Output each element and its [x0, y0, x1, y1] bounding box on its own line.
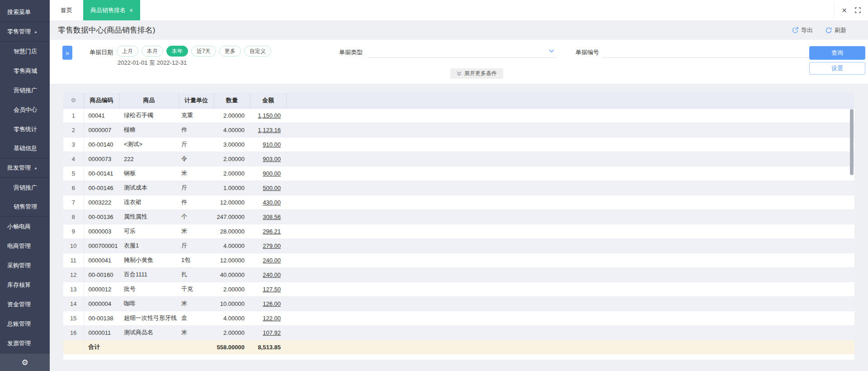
product-name-cell: 属性属性: [119, 209, 179, 224]
app-window: 搜索菜单零售管理▲智慧门店零售商城营销推广会员中心零售统计基础信息批发管理▲营销…: [0, 0, 868, 371]
tab-close-icon[interactable]: ×: [129, 7, 133, 14]
table-row[interactable]: 600-00146测试成本斤1.00000500.00: [63, 181, 854, 195]
sidebar-item-retail-management[interactable]: 零售管理▲: [0, 22, 50, 42]
amount-link[interactable]: 910.00: [263, 141, 281, 148]
settings-button[interactable]: 设置: [809, 62, 865, 75]
table-row[interactable]: 20000007椪糖件4.000001,123.16: [63, 123, 854, 137]
amount-cell: 900.00: [250, 166, 286, 181]
sidebar-item-xiaochang-ecommerce[interactable]: 小畅电商: [0, 217, 50, 236]
amount-link[interactable]: 308.56: [263, 214, 281, 220]
amount-link[interactable]: 127.50: [263, 286, 281, 293]
table-row[interactable]: 40000073222令2.00000903.00: [63, 152, 854, 166]
amount-link[interactable]: 500.00: [263, 185, 281, 191]
sidebar-item-funds-management[interactable]: 资金管理: [0, 295, 50, 314]
column-header-filler: [286, 93, 854, 108]
collapse-filter-button[interactable]: »: [62, 46, 72, 60]
quantity-cell: 4.00000: [214, 238, 250, 253]
refresh-button[interactable]: 刷新: [826, 26, 846, 34]
amount-link[interactable]: 903.00: [263, 156, 281, 162]
table-row[interactable]: 10000700001衣服1斤4.00000279.00: [63, 238, 854, 253]
table-row[interactable]: 110000041腌制小黄鱼1包12.00000240.00: [63, 253, 854, 267]
column-settings-icon[interactable]: ⚙: [63, 93, 84, 108]
sidebar-item-smart-store[interactable]: 智慧门店: [0, 42, 50, 61]
amount-cell: 127.50: [250, 282, 286, 296]
table-row[interactable]: 500-00141钢板米2.00000900.00: [63, 166, 854, 181]
sidebar-item-ecommerce-management[interactable]: 电商管理: [0, 236, 50, 256]
filler-cell: [286, 137, 854, 152]
amount-link[interactable]: 296.21: [263, 228, 281, 235]
quantity-cell: 10.00000: [214, 296, 250, 311]
date-pill-3[interactable]: 本年: [166, 46, 188, 57]
table-row[interactable]: 800-00136属性属性个247.00000308.56: [63, 209, 854, 224]
sidebar-item-general-ledger[interactable]: 总账管理: [0, 314, 50, 333]
amount-link[interactable]: 279.00: [263, 243, 281, 249]
table-row[interactable]: 300-00140<测试>斤3.00000910.00: [63, 137, 854, 152]
table-row[interactable]: 90000003可乐米28.00000296.21: [63, 224, 854, 238]
sidebar-item-label: 营销推广: [14, 86, 37, 95]
unit-cell: 米: [179, 224, 214, 238]
row-number-cell: 8: [63, 209, 84, 224]
close-icon[interactable]: ×: [842, 6, 847, 14]
amount-link[interactable]: 430.00: [263, 199, 281, 206]
sidebar-item-retail-mall[interactable]: 零售商城: [0, 61, 50, 81]
amount-link[interactable]: 1,123.16: [258, 127, 281, 133]
table-row[interactable]: 140000004咖啡米10.00000126.00: [63, 296, 854, 311]
date-pill-2[interactable]: 本月: [142, 46, 163, 57]
quantity-cell: 28.00000: [214, 224, 250, 238]
quantity-cell: 12.00000: [214, 253, 250, 267]
product-code-cell: 0000073: [84, 152, 119, 166]
row-number-cell: 3: [63, 137, 84, 152]
sidebar-item-inventory-accounting[interactable]: 库存核算: [0, 275, 50, 295]
page-header: 零售数据中心(商品销售排名) 导出 刷新: [50, 20, 868, 40]
sidebar-item-search-menu[interactable]: 搜索菜单: [0, 3, 50, 22]
tab-active-label: 商品销售排名: [90, 6, 126, 14]
date-pill-6[interactable]: 自定义: [244, 46, 271, 57]
amount-link[interactable]: 1,150.00: [258, 112, 281, 119]
amount-link[interactable]: 122.00: [263, 315, 281, 322]
amount-link[interactable]: 126.00: [263, 300, 281, 307]
sidebar-item-retail-marketing[interactable]: 营销推广: [0, 81, 50, 100]
expand-more-button[interactable]: 展开更多条件: [450, 68, 503, 79]
column-header: 计量单位: [179, 93, 214, 108]
query-button[interactable]: 查询: [809, 46, 865, 60]
export-button[interactable]: 导出: [792, 26, 813, 34]
row-number-cell: 6: [63, 181, 84, 195]
date-pill-5[interactable]: 更多: [219, 46, 241, 57]
sidebar-item-member-center[interactable]: 会员中心: [0, 100, 50, 119]
sidebar-settings-button[interactable]: ⚙: [0, 354, 50, 371]
sidebar-item-basic-info[interactable]: 基础信息: [0, 139, 50, 158]
sidebar-item-label: 零售管理: [7, 28, 31, 36]
fullscreen-icon[interactable]: [855, 7, 861, 13]
sidebar-item-invoice-management[interactable]: 发票管理: [0, 333, 50, 353]
sidebar-item-retail-statistics[interactable]: 零售统计: [0, 119, 50, 139]
tab-product-sales-ranking[interactable]: 商品销售排名 ×: [83, 0, 140, 20]
table-row[interactable]: 130000012批号千克2.00000127.50: [63, 282, 854, 296]
expand-more-label: 展开更多条件: [464, 70, 497, 77]
date-pill-4[interactable]: 近7天: [191, 46, 216, 57]
filter-bar: » 单据日期 上月本月本年近7天更多自定义 2022-01-01 至 2022-…: [50, 40, 868, 84]
doc-type-select[interactable]: [367, 44, 557, 58]
sidebar-item-wholesale-marketing[interactable]: 营销推广: [0, 178, 50, 197]
results-table-card: ⚙ 商品编码商品计量单位数量金额 100041绿松石手镯克重2.000001,1…: [63, 93, 854, 360]
quantity-cell: 4.00000: [214, 123, 250, 137]
amount-link[interactable]: 240.00: [263, 271, 281, 278]
date-pill-1[interactable]: 上月: [117, 46, 138, 57]
doc-no-input[interactable]: [602, 44, 809, 58]
sidebar-item-label: 资金管理: [7, 300, 31, 309]
table-row[interactable]: 1500-00138超细一次性弓形牙线盒4.00000122.00: [63, 311, 854, 325]
amount-link[interactable]: 240.00: [263, 257, 281, 264]
table-scrollbar[interactable]: [850, 109, 854, 175]
table-row[interactable]: 70003222连衣裙件12.00000430.00: [63, 195, 854, 209]
table-row[interactable]: 100041绿松石手镯克重2.000001,150.00: [63, 108, 854, 123]
sidebar-menu: 搜索菜单零售管理▲智慧门店零售商城营销推广会员中心零售统计基础信息批发管理▲营销…: [0, 0, 50, 353]
tab-home[interactable]: 首页: [50, 0, 83, 20]
amount-link[interactable]: 900.00: [263, 170, 281, 177]
sidebar-item-purchase-management[interactable]: 采购管理: [0, 256, 50, 275]
table-row[interactable]: 1200-00160百合1111扎40.00000240.00: [63, 267, 854, 282]
table-row[interactable]: 160000011测试商品名米2.00000107.92: [63, 325, 854, 340]
sidebar-item-sales-management[interactable]: 销售管理: [0, 197, 50, 217]
sidebar-item-wholesale-management[interactable]: 批发管理▲: [0, 158, 50, 178]
amount-cell: 308.56: [250, 209, 286, 224]
amount-link[interactable]: 107.92: [263, 329, 281, 336]
doc-no-label: 单据编号: [576, 48, 599, 57]
